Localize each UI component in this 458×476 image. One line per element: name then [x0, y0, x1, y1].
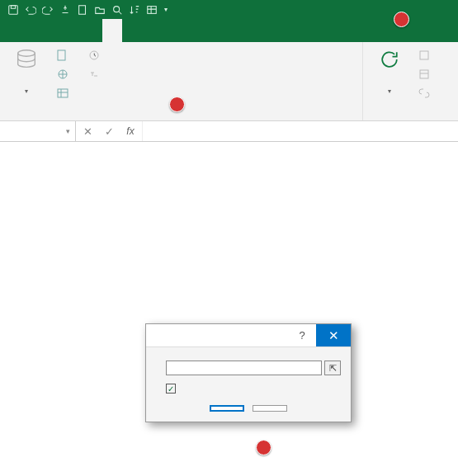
ribbon: ▾ ▾ — [0, 42, 458, 121]
queries-icon — [418, 49, 430, 61]
cancel-formula-icon[interactable]: ✕ — [81, 125, 94, 138]
refresh-all-button[interactable]: ▾ — [366, 45, 413, 101]
cancel-button[interactable] — [253, 405, 287, 412]
name-box[interactable] — [0, 121, 76, 141]
svg-rect-0 — [9, 5, 18, 14]
recent-icon — [87, 49, 100, 61]
svg-point-5 — [18, 50, 35, 57]
callout-badge-2 — [169, 97, 185, 112]
print-preview-icon[interactable] — [109, 2, 125, 18]
range-icon — [56, 87, 68, 99]
touch-icon[interactable] — [57, 2, 73, 18]
open-icon[interactable] — [92, 2, 108, 18]
ok-button[interactable] — [210, 405, 244, 412]
tab-file[interactable] — [3, 19, 23, 42]
svg-rect-1 — [11, 5, 15, 8]
sort-icon[interactable] — [126, 2, 143, 18]
svg-rect-4 — [148, 6, 157, 13]
tab-formulas[interactable] — [83, 19, 102, 42]
svg-point-3 — [114, 6, 120, 12]
enter-formula-icon[interactable]: ✓ — [102, 125, 116, 138]
new-icon[interactable] — [74, 2, 91, 18]
callout-badge-1 — [394, 12, 409, 27]
ribbon-tabs — [0, 19, 458, 42]
tab-page-layout[interactable] — [63, 19, 83, 42]
save-icon[interactable] — [5, 2, 21, 18]
callout-badge-3 — [256, 440, 271, 455]
qat-customize-icon[interactable]: ▾ — [164, 6, 168, 13]
existing-connections-button[interactable] — [84, 65, 107, 82]
get-data-button[interactable]: ▾ — [3, 45, 50, 101]
svg-rect-11 — [420, 70, 428, 78]
from-range-button[interactable] — [53, 84, 76, 101]
fx-icon[interactable]: fx — [124, 125, 137, 137]
svg-rect-2 — [79, 5, 86, 14]
csv-icon — [56, 49, 68, 61]
headers-checkbox[interactable]: ✓ — [166, 384, 176, 394]
web-icon — [56, 68, 68, 80]
redo-icon[interactable] — [40, 2, 56, 18]
formula-input[interactable] — [143, 121, 458, 141]
recent-sources-button[interactable] — [84, 46, 107, 64]
collapse-dialog-icon[interactable]: ⇱ — [324, 361, 341, 375]
connections-icon — [87, 68, 100, 80]
dialog-help-icon[interactable]: ? — [288, 324, 316, 346]
from-web-button[interactable] — [53, 65, 76, 82]
from-csv-button[interactable] — [53, 46, 76, 64]
tab-insert[interactable] — [43, 19, 63, 42]
range-input[interactable] — [166, 361, 322, 375]
formula-bar: ✕ ✓ fx — [0, 121, 458, 142]
tab-data[interactable] — [102, 19, 122, 42]
properties-button[interactable] — [414, 65, 437, 82]
tab-home[interactable] — [23, 19, 43, 42]
svg-rect-6 — [58, 50, 65, 60]
edit-links-button[interactable] — [414, 84, 437, 101]
svg-rect-8 — [58, 89, 68, 97]
table-icon[interactable] — [144, 2, 160, 18]
quick-access-toolbar: ▾ — [0, 0, 458, 19]
queries-button[interactable] — [414, 46, 437, 64]
properties-icon — [418, 68, 430, 80]
edit-links-icon — [418, 87, 430, 99]
svg-rect-10 — [420, 51, 428, 59]
create-table-dialog: ? ✕ ⇱ ✓ — [145, 323, 352, 422]
dialog-close-icon[interactable]: ✕ — [316, 324, 351, 346]
undo-icon[interactable] — [22, 2, 39, 18]
tab-review[interactable] — [122, 19, 142, 42]
